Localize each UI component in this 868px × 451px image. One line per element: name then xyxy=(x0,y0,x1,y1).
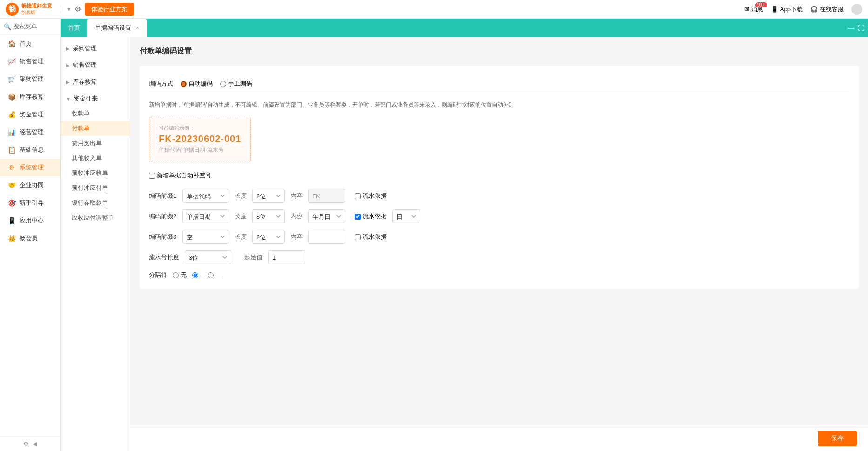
prefix2-stream-checkbox-label[interactable]: 流水依据 xyxy=(355,212,387,221)
prefix3-content-input[interactable] xyxy=(308,230,345,244)
prefix3-select[interactable]: 单据代码 单据日期 空 部门 业务员 xyxy=(182,230,229,244)
prefix2-stream-period-select[interactable]: 日 月 年 xyxy=(392,209,420,223)
online-service-button[interactable]: 🎧 在线客服 xyxy=(810,5,844,13)
manual-encoding-option[interactable]: 手工编码 xyxy=(220,80,252,88)
code-preview-example-label: 当前编码示例： xyxy=(159,125,241,132)
nav-footer-settings-icon[interactable]: ⚙ xyxy=(23,440,29,447)
sidebar-item-guide[interactable]: 🎯 新手引导 xyxy=(0,194,60,212)
auto-fill-checkbox-label[interactable]: 新增单据自动补空号 xyxy=(149,171,211,180)
sidebar-item-appstore[interactable]: 📱 应用中心 xyxy=(0,212,60,229)
avatar[interactable] xyxy=(851,4,862,15)
logo-icon: 畅 xyxy=(6,3,19,16)
sidebar-item-inventory[interactable]: 📦 库存核算 xyxy=(0,88,60,106)
auto-encoding-option[interactable]: 自动编码 xyxy=(181,80,213,88)
serial-row: 流水号长度 2位 3位 4位 5位 起始值 xyxy=(149,250,849,264)
sep-none-radio[interactable] xyxy=(173,272,179,278)
prefix1-select[interactable]: 单据代码 单据日期 空 部门 业务员 xyxy=(182,189,229,203)
sub-nav-item-prepay-payable[interactable]: 预付冲应付单 xyxy=(61,181,130,195)
dropdown-icon[interactable]: ▾ xyxy=(67,6,71,13)
tab-encoding-settings[interactable]: 单据编码设置 × xyxy=(87,19,147,37)
prefix1-stream-checkbox-label[interactable]: 流水依据 xyxy=(355,192,387,200)
arrow-down-icon: ▼ xyxy=(66,96,71,101)
prefix3-length-label: 长度 xyxy=(235,233,247,241)
app-download-button[interactable]: 📱 App下载 xyxy=(771,5,803,13)
prefix3-stream-checkbox[interactable] xyxy=(355,234,361,240)
tab-collapse-icon[interactable]: — xyxy=(848,24,854,32)
encoding-method-label: 编码方式 xyxy=(149,80,173,88)
sidebar-item-sales[interactable]: 📈 销售管理 xyxy=(0,53,60,70)
sep-none-option[interactable]: 无 xyxy=(173,271,187,279)
left-nav: 🔍 搜索菜单 🏠 首页 📈 销售管理 🛒 采购管理 📦 库存核算 💰 资金管理 … xyxy=(0,19,61,451)
nav-search-button[interactable]: 🔍 搜索菜单 xyxy=(0,19,60,35)
sub-nav-item-bank-deposit[interactable]: 银行存取款单 xyxy=(61,195,130,210)
tab-expand-icon[interactable]: ⛶ xyxy=(858,24,864,32)
trial-button[interactable]: 体验行业方案 xyxy=(85,3,134,16)
prefix2-content-select[interactable]: 年月日 年月 年 xyxy=(308,209,345,223)
prefix1-label: 编码前缀1 xyxy=(149,192,177,200)
sub-nav-item-payment[interactable]: 付款单 xyxy=(61,121,130,136)
sidebar-item-basic[interactable]: 📋 基础信息 xyxy=(0,141,60,159)
cooperation-icon: 🤝 xyxy=(7,181,16,189)
auto-fill-checkbox[interactable] xyxy=(149,173,155,179)
prefix1-content-label: 内容 xyxy=(290,192,303,200)
serial-length-select[interactable]: 2位 3位 4位 5位 xyxy=(185,250,231,264)
start-value-label: 起始值 xyxy=(244,253,262,262)
sub-nav-item-ap-ar-adjust[interactable]: 应收应付调整单 xyxy=(61,210,130,225)
start-value-input[interactable] xyxy=(268,250,305,264)
sidebar-item-system[interactable]: ⚙ 系统管理 xyxy=(0,159,60,176)
app-logo: 畅 畅捷通好生意 旗舰版 xyxy=(6,2,52,16)
prefix2-length-label: 长度 xyxy=(235,212,247,221)
sep-dash-radio[interactable] xyxy=(208,272,214,278)
settings-icon[interactable]: ⚙ xyxy=(74,5,81,13)
topbar: 畅 畅捷通好生意 旗舰版 ▾ ⚙ 体验行业方案 ✉ 消息 99+ 📱 App下载… xyxy=(0,0,868,19)
topbar-left: 畅 畅捷通好生意 旗舰版 ▾ ⚙ 体验行业方案 xyxy=(6,2,134,16)
sep-dot-option[interactable]: · xyxy=(192,272,202,279)
sub-nav-header-purchase[interactable]: ▶ 采购管理 xyxy=(61,41,130,56)
prefix3-row: 编码前缀3 单据代码 单据日期 空 部门 业务员 长度 2位 xyxy=(149,230,849,244)
prefix1-length-label: 长度 xyxy=(235,192,247,200)
sub-nav-item-expense[interactable]: 费用支出单 xyxy=(61,136,130,151)
home-icon: 🏠 xyxy=(7,40,16,48)
sub-nav-item-other-income[interactable]: 其他收入单 xyxy=(61,151,130,166)
prefix2-stream-checkbox[interactable] xyxy=(355,214,361,220)
save-button[interactable]: 保存 xyxy=(818,431,857,446)
sidebar-item-home[interactable]: 🏠 首页 xyxy=(0,35,60,53)
sub-nav-group-capital: ▼ 资金往来 收款单 付款单 费用支出单 其他收入单 预收冲应收单 预付冲应付单… xyxy=(61,91,130,225)
nav-footer: ⚙ ◀ xyxy=(0,436,60,451)
prefix3-stream-checkbox-label[interactable]: 流水依据 xyxy=(355,233,387,241)
manual-encoding-radio[interactable] xyxy=(220,81,226,87)
prefix1-stream-checkbox[interactable] xyxy=(355,193,361,199)
message-button[interactable]: ✉ 消息 99+ xyxy=(744,5,763,13)
auto-encoding-radio[interactable] xyxy=(181,81,187,87)
tab-home[interactable]: 首页 xyxy=(61,19,87,37)
sub-nav-item-receipt[interactable]: 收款单 xyxy=(61,106,130,121)
sidebar-item-member[interactable]: 👑 畅会员 xyxy=(0,229,60,247)
sidebar-item-purchase[interactable]: 🛒 采购管理 xyxy=(0,70,60,88)
sep-dot-radio[interactable] xyxy=(192,272,198,278)
sep-dash-option[interactable]: — xyxy=(208,272,222,279)
sub-nav-header-capital[interactable]: ▼ 资金往来 xyxy=(61,91,130,106)
sidebar-item-cooperation[interactable]: 🤝 企业协同 xyxy=(0,176,60,194)
prefix3-length-select[interactable]: 2位 3位 xyxy=(252,230,285,244)
prefix2-row: 编码前缀2 单据代码 单据日期 空 部门 业务员 长度 6位 xyxy=(149,209,849,223)
sidebar-item-finance[interactable]: 💰 资金管理 xyxy=(0,106,60,123)
sidebar-item-operations[interactable]: 📊 经营管理 xyxy=(0,123,60,141)
search-icon: 🔍 xyxy=(4,23,11,30)
tab-close-icon[interactable]: × xyxy=(136,25,139,31)
message-icon: ✉ xyxy=(744,6,749,13)
inventory-icon: 📦 xyxy=(7,93,16,101)
prefix1-content-input[interactable] xyxy=(308,189,345,203)
prefix3-label: 编码前缀3 xyxy=(149,233,177,241)
arrow-right-icon: ▶ xyxy=(66,46,70,51)
prefix1-length-select[interactable]: 2位 3位 4位 xyxy=(252,189,285,203)
topbar-right: ✉ 消息 99+ 📱 App下载 🎧 在线客服 xyxy=(744,4,862,15)
tab-bar-actions: — ⛶ xyxy=(848,24,868,32)
prefix2-label: 编码前缀2 xyxy=(149,212,177,221)
prefix2-select[interactable]: 单据代码 单据日期 空 部门 业务员 xyxy=(182,209,229,223)
sub-nav-item-prepay-receivable[interactable]: 预收冲应收单 xyxy=(61,166,130,181)
nav-footer-collapse-icon[interactable]: ◀ xyxy=(33,440,37,447)
prefix1-row: 编码前缀1 单据代码 单据日期 空 部门 业务员 长度 2位 xyxy=(149,189,849,203)
prefix2-length-select[interactable]: 6位 8位 10位 xyxy=(252,209,285,223)
sub-nav-header-inventory[interactable]: ▶ 库存核算 xyxy=(61,74,130,89)
sub-nav-header-sales[interactable]: ▶ 销售管理 xyxy=(61,58,130,73)
